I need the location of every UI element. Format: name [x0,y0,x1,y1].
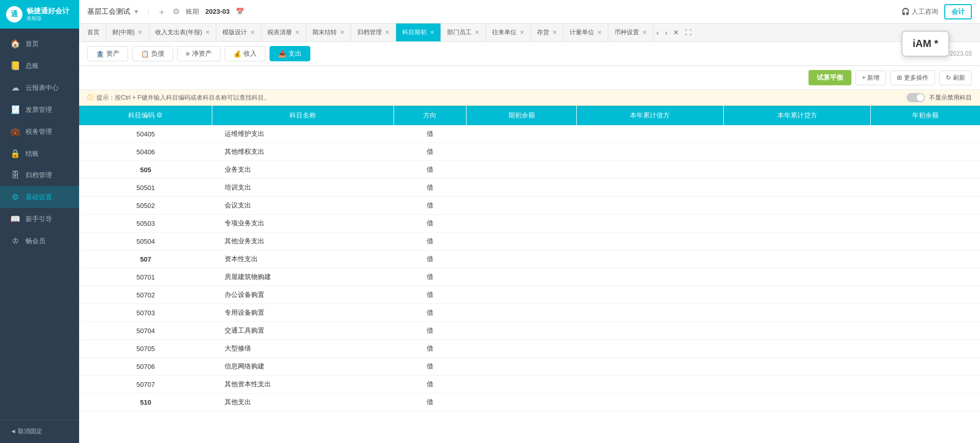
sidebar-item-tax[interactable]: 💼 税务管理 [0,121,79,143]
cell-name: 培训支出 [212,179,394,197]
cell-opening [467,268,577,286]
cell-code: 50707 [79,376,212,393]
sidebar-item-reports[interactable]: ☁ 云报表中心 [0,77,79,99]
cell-opening [467,215,577,232]
add-btn[interactable]: + 新增 [855,71,886,85]
sidebar-item-settings[interactable]: ⚙ 基础设置 [0,186,79,208]
tab-close-yearend[interactable]: ✕ [340,29,345,36]
sidebar-item-member[interactable]: ♔ 畅会员 [0,230,79,252]
sidebar-item-guide[interactable]: 📖 新手引导 [0,208,79,230]
table-row[interactable]: 50702 办公设备购置 借 [79,286,980,304]
sidebar-item-home[interactable]: 🏠 首页 [0,33,79,55]
toggle-disabled-accounts[interactable] [906,93,925,102]
tab-close-dept[interactable]: ✕ [475,29,479,36]
tab-client[interactable]: 往来单位 ✕ [486,24,531,42]
more-actions-btn[interactable]: ⊞ 更多操作 [890,71,935,85]
table-row[interactable]: 507 资本性支出 借 [79,250,980,268]
cell-year-opening [871,304,980,322]
tab-next-btn[interactable]: › [662,24,671,42]
company-selector[interactable]: 基层工会测试 ▼ [87,7,139,16]
tab-period[interactable]: 科目期初 ✕ [396,24,441,42]
close-all-tabs-btn[interactable]: ✕ [670,24,682,42]
subtab-net-assets[interactable]: ≡ 净资产 [177,46,220,61]
cell-ytd-credit [724,197,871,215]
tab-close-annual[interactable]: ✕ [205,29,210,36]
cell-name: 专用设备购置 [212,304,394,322]
tab-yearend[interactable]: 期末结转 ✕ [306,24,351,42]
period-value: 2023-03 [205,8,230,15]
tab-inventory[interactable]: 存货 ✕ [531,24,564,42]
sidebar-item-invoice[interactable]: 🧾 发票管理 [0,99,79,121]
tab-filemgr[interactable]: 归档管理 ✕ [351,24,396,42]
tab-taxform[interactable]: 税表清册 ✕ [261,24,306,42]
table-row[interactable]: 50503 专项业务支出 借 [79,215,980,232]
assets-icon: 🏦 [96,50,104,58]
cell-code: 507 [79,250,212,268]
column-settings-icon[interactable]: ⚙ [156,111,163,119]
tab-currency[interactable]: 币种设置 ✕ [608,24,653,42]
refresh-btn[interactable]: ↻ 刷新 [939,71,972,85]
sidebar-item-archive[interactable]: 🗄 归档管理 [0,165,79,186]
table-row[interactable]: 50501 培训支出 借 [79,179,980,197]
tab-close-template[interactable]: ✕ [250,29,255,36]
cell-direction: 借 [394,340,467,358]
cell-code: 505 [79,161,212,179]
table-row[interactable]: 50502 会议支出 借 [79,197,980,215]
tab-close-unit[interactable]: ✕ [597,29,602,36]
topbar-right: 🎧 人工咨询 会计 [901,4,972,19]
cell-name: 交通工具购置 [212,322,394,340]
table-row[interactable]: 50703 专用设备购置 借 [79,304,980,322]
settings-icon: ⚙ [10,192,20,202]
collapse-sidebar-btn[interactable]: ◄ 取消固定 [0,419,79,443]
tab-close-inventory[interactable]: ✕ [552,29,557,36]
calendar-icon[interactable]: 📅 [236,8,244,15]
cell-ytd-debit [576,286,723,304]
cell-ytd-credit [724,179,871,197]
tab-close-interim[interactable]: ✕ [138,29,142,36]
subtab-income[interactable]: 💰 收入 [225,46,265,61]
cell-direction: 借 [394,358,467,376]
cell-year-opening [871,358,980,376]
cell-name: 其他维权支出 [212,143,394,161]
table-row[interactable]: 50701 房屋建筑物购建 借 [79,268,980,286]
table-row[interactable]: 50405 运维维护支出 借 [79,125,980,143]
table-row[interactable]: 50705 大型修缮 借 [79,340,980,358]
tab-close-filemgr[interactable]: ✕ [385,29,389,36]
cell-direction: 借 [394,393,467,411]
cell-code: 50703 [79,304,212,322]
subtab-assets[interactable]: 🏦 资产 [87,46,128,61]
tab-close-taxform[interactable]: ✕ [295,29,300,36]
table-row[interactable]: 505 业务支出 借 [79,161,980,179]
tab-interim[interactable]: 财(中期) ✕ [106,24,149,42]
customer-service-btn[interactable]: 🎧 人工咨询 [901,7,938,16]
tab-close-client[interactable]: ✕ [520,29,524,36]
table-row[interactable]: 50706 信息网络购建 借 [79,358,980,376]
expand-tabs-btn[interactable]: ⛶ [682,24,695,42]
add-company-btn[interactable]: ＋ [157,6,166,18]
tab-annual[interactable]: 收入支出表(年报) ✕ [149,24,216,42]
balance-btn[interactable]: 试算平衡 [808,70,851,85]
tab-home[interactable]: 首页 [81,24,106,42]
table-row[interactable]: 510 其他支出 借 [79,393,980,411]
tab-prev-btn[interactable]: ‹ [653,24,662,42]
company-settings-btn[interactable]: ⚙ [173,7,180,16]
subtab-liabilities[interactable]: 📋 负债 [132,46,173,61]
table-row[interactable]: 50406 其他维权支出 借 [79,143,980,161]
sidebar-item-ledger[interactable]: 📒 总账 [0,55,79,77]
col-header-opening: 期初余额 [467,106,577,125]
tab-unit[interactable]: 计量单位 ✕ [564,24,608,42]
account-btn[interactable]: 会计 [944,4,972,19]
tab-template[interactable]: 模版设计 ✕ [216,24,261,42]
cell-ytd-credit [724,286,871,304]
col-header-year-opening: 年初余额 [871,106,980,125]
tab-close-currency[interactable]: ✕ [642,29,647,36]
tab-dept[interactable]: 部门员工 ✕ [441,24,486,42]
cell-name: 运维维护支出 [212,125,394,143]
tab-close-period[interactable]: ✕ [430,29,434,36]
table-row[interactable]: 50707 其他资本性支出 借 [79,376,980,393]
sidebar-item-close[interactable]: 🔒 结账 [0,143,79,165]
cell-year-opening [871,143,980,161]
table-row[interactable]: 50504 其他业务支出 借 [79,232,980,250]
subtab-expenditure[interactable]: 📤 支出 [270,46,310,61]
table-row[interactable]: 50704 交通工具购置 借 [79,322,980,340]
